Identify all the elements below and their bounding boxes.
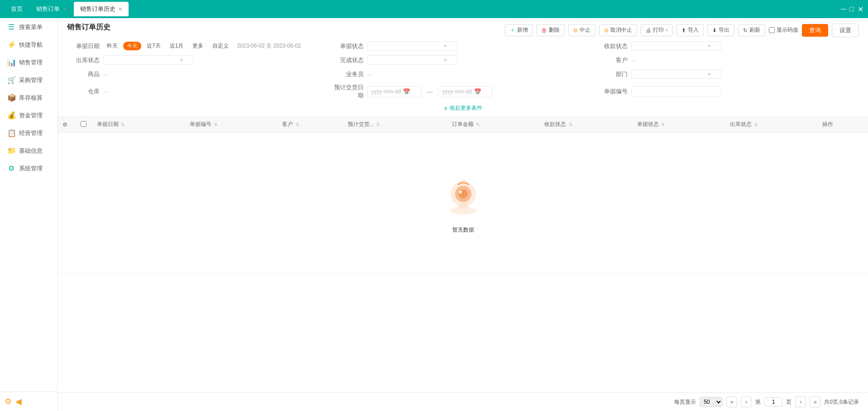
sidebar-item-system-mgmt[interactable]: ⚙ 系统管理 — [0, 160, 58, 177]
basic-info-icon: 📁 — [7, 146, 15, 155]
first-page-icon: « — [730, 399, 734, 405]
bill-status-select[interactable]: ▾ — [367, 41, 458, 51]
empty-state-cell: 暂无数据 — [58, 132, 868, 274]
th-bill-date-label: 单据日期 — [97, 121, 119, 127]
th-bill-date: 单据日期 ⇅ — [92, 117, 185, 132]
pagination: 每页显示 50 10 20 100 « ‹ 第 页 › » 共0页,0条记录 — [58, 392, 868, 411]
first-page-btn[interactable]: « — [726, 396, 737, 407]
cancel-stop-icon: ⊘ — [604, 27, 609, 34]
sort-order-amount-icon[interactable]: ⇅ — [476, 122, 480, 127]
complete-status-select[interactable]: ▾ — [367, 55, 458, 65]
sort-expected-date-icon[interactable]: ⇅ — [376, 122, 380, 127]
import-button[interactable]: ⬆ 导入 — [676, 24, 704, 36]
cancel-stop-button[interactable]: ⊘ 取消中止 — [599, 24, 637, 36]
customer-dots[interactable]: ··· — [631, 57, 637, 64]
collapse-row: ∧ 收起更多条件 — [67, 104, 859, 112]
sort-bill-number-icon[interactable]: ⇅ — [214, 122, 217, 127]
next-page-btn[interactable]: › — [795, 396, 806, 407]
display-columns-input[interactable] — [769, 27, 775, 33]
tab-home[interactable]: 首页 — [5, 2, 29, 16]
display-columns-checkbox[interactable]: 显示码值 — [769, 26, 798, 34]
sidebar-item-capital-mgmt[interactable]: 💰 资金管理 — [0, 106, 58, 124]
sort-outbound-status-icon[interactable]: ⇅ — [754, 122, 758, 127]
th-bill-status: 单据状态 ⇅ — [633, 117, 725, 132]
sidebar-item-operations[interactable]: 📋 经营管理 — [0, 124, 58, 142]
per-page-select[interactable]: 50 10 20 100 — [700, 397, 723, 407]
toolbar-actions: ＋ 新增 🗑 删除 ⊘ 中止 ⊘ 取消中止 — [505, 24, 859, 37]
product-dots[interactable]: ··· — [103, 71, 109, 78]
print-button[interactable]: 🖨 打印 ▾ — [641, 24, 673, 36]
add-button[interactable]: ＋ 新增 — [505, 24, 533, 36]
empty-state: 暂无数据 — [62, 136, 863, 270]
sidebar-item-search-menu[interactable]: ☰ 搜索菜单 — [0, 18, 58, 36]
sidebar-item-purchase-mgmt[interactable]: 🛒 采购管理 — [0, 71, 58, 89]
current-page-input[interactable] — [764, 397, 782, 406]
tab-sales-order-label: 销售订单 — [36, 5, 60, 13]
sort-payment-status-icon[interactable]: ⇅ — [569, 122, 572, 127]
product-label: 商品 — [67, 70, 103, 78]
collapse-button[interactable]: ∧ 收起更多条件 — [67, 104, 859, 112]
expected-date-control: yyyy-mm-dd 📅 — yyyy-mm-dd 📅 — [367, 86, 595, 97]
sidebar-item-basic-info[interactable]: 📁 基础信息 — [0, 142, 58, 160]
expected-date-to[interactable]: yyyy-mm-dd 📅 — [438, 86, 493, 97]
minimize-btn[interactable]: ─ — [841, 5, 846, 13]
date-tag-custom[interactable]: 自定义 — [209, 42, 232, 50]
operations-icon: 📋 — [7, 129, 15, 137]
complete-status-label: 完成状态 — [331, 56, 367, 64]
maximize-btn[interactable]: □ — [849, 5, 854, 13]
sort-bill-date-icon[interactable]: ⇅ — [121, 122, 125, 127]
sidebar-collapse-icon[interactable]: ◀ — [15, 396, 22, 406]
th-operation-label: 操作 — [822, 121, 833, 127]
payment-status-select[interactable]: ▾ — [631, 41, 722, 51]
close-btn[interactable]: ✕ — [858, 5, 863, 14]
date-tag-7days[interactable]: 近7天 — [143, 42, 164, 50]
sidebar-item-quick-nav[interactable]: ⚡ 快捷导航 — [0, 36, 58, 53]
warehouse-control: ··· — [103, 88, 331, 95]
sidebar-item-sales-mgmt[interactable]: 📊 销售管理 — [0, 53, 58, 71]
close-history-tab-icon[interactable]: ✕ — [118, 6, 122, 12]
delete-button[interactable]: 🗑 删除 — [537, 24, 565, 36]
close-sales-order-tab-icon[interactable]: ✕ — [62, 6, 67, 12]
empty-illustration — [441, 172, 486, 218]
export-button[interactable]: ⬇ 导出 — [707, 24, 734, 36]
tab-sales-order[interactable]: 销售订单 ✕ — [30, 2, 73, 16]
select-all-checkbox[interactable] — [81, 121, 86, 127]
page-title: 销售订单历史 — [67, 23, 110, 32]
department-select[interactable]: ▾ — [631, 69, 722, 79]
sidebar-item-inventory[interactable]: 📦 库存核算 — [0, 89, 58, 106]
expected-date-from[interactable]: yyyy-mm-dd 📅 — [367, 86, 422, 97]
date-tag-more[interactable]: 更多 — [189, 42, 207, 50]
warehouse-dots[interactable]: ··· — [103, 88, 109, 95]
query-button[interactable]: 查询 — [802, 24, 828, 37]
outbound-status-select[interactable]: ▾ — [103, 55, 194, 65]
content-area: 销售订单历史 ＋ 新增 🗑 删除 ⊘ 中止 ⊘ — [58, 18, 868, 411]
display-columns-label: 显示码值 — [777, 26, 798, 34]
print-icon: 🖨 — [646, 27, 651, 34]
settings-button[interactable]: 设置 — [832, 24, 859, 37]
date-tag-yesterday[interactable]: 昨天 — [103, 42, 121, 50]
last-page-btn[interactable]: » — [810, 396, 820, 407]
export-label: 导出 — [719, 26, 729, 34]
delete-label: 删除 — [549, 26, 560, 34]
filter-row-2: 出库状态 ▾ 完成状态 ▾ 客户 — [67, 55, 859, 65]
refresh-button[interactable]: ↻ 刷新 — [738, 24, 765, 36]
stop-button[interactable]: ⊘ 中止 — [568, 24, 595, 36]
page-top: 销售订单历史 ＋ 新增 🗑 删除 ⊘ 中止 ⊘ — [58, 18, 868, 117]
sort-customer-icon[interactable]: ⇅ — [296, 122, 299, 127]
bill-status-control: ▾ — [367, 41, 595, 51]
salesperson-control: ··· — [367, 71, 595, 78]
date-tag-today[interactable]: 今天 — [123, 42, 141, 50]
bill-number-input[interactable] — [631, 86, 722, 97]
date-label: 单据日期 — [67, 42, 103, 50]
salesperson-dots[interactable]: ··· — [367, 71, 373, 78]
capital-mgmt-icon: 💰 — [7, 111, 15, 120]
tab-sales-order-history[interactable]: 销售订单历史 ✕ — [74, 2, 129, 16]
sidebar-item-quick-nav-label: 快捷导航 — [19, 41, 43, 49]
th-order-amount-label: 订单金额 — [452, 121, 474, 127]
date-tag-1month[interactable]: 近1月 — [166, 42, 187, 50]
sort-bill-status-icon[interactable]: ⇅ — [661, 122, 665, 127]
sidebar-item-operations-label: 经营管理 — [19, 129, 43, 137]
settings-icon[interactable]: ⚙ — [62, 121, 67, 128]
prev-page-btn[interactable]: ‹ — [741, 396, 752, 407]
sidebar-settings-icon[interactable]: ⚙ — [5, 396, 12, 406]
